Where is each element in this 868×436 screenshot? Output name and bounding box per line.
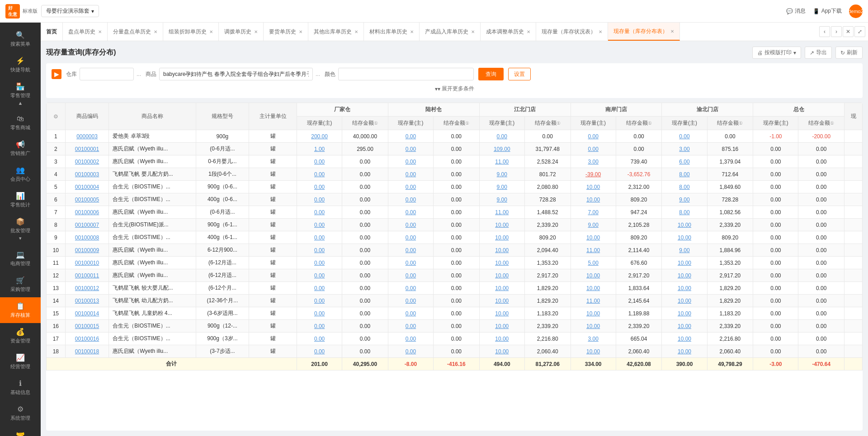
qty-link[interactable]: 0.00 [314,310,325,317]
qty-link[interactable]: 0.00 [406,310,416,317]
code-link[interactable]: 00100006 [75,209,99,216]
qty-link[interactable]: 11.00 [495,159,509,165]
qty-link[interactable]: 10.00 [586,285,600,291]
qty-link[interactable]: 0.00 [406,247,416,253]
expand-btn[interactable]: ▾▾ 展开更多条件 [52,84,857,94]
code-link[interactable]: 00100010 [75,260,99,266]
close-icon[interactable]: ✕ [354,29,358,34]
code-link[interactable]: 00100009 [75,247,99,253]
qty-link[interactable]: 11.00 [586,298,600,304]
tab-next-btn[interactable]: › [831,26,842,37]
qty-link[interactable]: 3.00 [679,146,689,152]
close-icon[interactable]: ✕ [670,29,674,34]
qty-link[interactable]: 10.00 [678,298,691,304]
qty-link[interactable]: 3.00 [588,336,598,342]
qty-link[interactable]: 9.00 [497,197,507,203]
tab-material-out[interactable]: 材料出库单历史✕ [364,23,420,41]
qty-link[interactable]: 0.00 [314,159,325,165]
code-link[interactable]: 00100008 [75,234,99,241]
qty-link[interactable]: 1.00 [314,146,325,152]
qty-link[interactable]: 10.00 [495,247,509,253]
qty-link[interactable]: 10.00 [495,260,509,266]
export-btn[interactable]: ↗ 导出 [805,47,832,59]
goods-ellipsis[interactable]: ... [316,71,320,77]
qty-link[interactable]: 10.00 [495,222,509,228]
sidebar-item-mall[interactable]: 🛍 零售商城 [0,110,41,136]
qty-link[interactable]: 0.00 [314,260,325,266]
qty-link[interactable]: 0.00 [406,272,416,279]
qty-link[interactable]: -39.00 [585,171,601,178]
sidebar-item-inventory[interactable]: 📋 库存核算 [0,297,41,323]
code-link[interactable]: 00100004 [75,184,99,190]
tab-requisition[interactable]: 要货单历史✕ [264,23,308,41]
code-link[interactable]: 00100011 [75,272,99,279]
qty-link[interactable]: 10.00 [495,272,509,279]
qty-link[interactable]: 10.00 [678,285,691,291]
qty-link[interactable]: 0.00 [406,171,416,178]
tab-prev-btn[interactable]: ‹ [819,26,830,37]
qty-link[interactable]: 0.00 [406,234,416,241]
qty-link[interactable]: 0.00 [679,133,689,140]
qty-link[interactable]: 8.00 [679,209,689,216]
qty-link[interactable]: 8.00 [679,184,689,190]
qty-link[interactable]: 10.00 [495,323,509,329]
close-icon[interactable]: ✕ [410,29,414,34]
code-link[interactable]: 00100005 [75,197,99,203]
close-icon[interactable]: ✕ [527,29,530,34]
close-icon[interactable]: ✕ [599,29,602,34]
qty-link[interactable]: 0.00 [314,247,325,253]
qty-link[interactable]: 0.00 [406,323,416,329]
sidebar-item-ecom[interactable]: 💻 电商管理 [0,246,41,272]
sidebar-item-retail-stats[interactable]: 📊 零售统计 [0,187,41,213]
sidebar-item-basics[interactable]: ℹ 基础信息 [0,375,41,400]
user-area[interactable]: demo2 [849,5,863,18]
qty-link[interactable]: 10.00 [586,184,600,190]
qty-link[interactable]: 10.00 [678,348,691,355]
qty-link[interactable]: 10.00 [678,272,691,279]
qty-link[interactable]: 0.00 [314,222,325,228]
tab-transfer[interactable]: 调拨单历史✕ [219,23,264,41]
qty-link[interactable]: 0.00 [406,298,416,304]
code-link[interactable]: 00100001 [75,146,99,152]
tab-partial-check[interactable]: 分量盘点单历史✕ [108,23,163,41]
qty-link[interactable]: 10.00 [678,222,691,228]
message-btn[interactable]: 💬 消息 [786,7,806,15]
sidebar-item-member[interactable]: 👥 会员中心 [0,161,41,187]
close-icon[interactable]: ✕ [471,29,475,34]
qty-link[interactable]: 10.00 [495,336,509,342]
code-link[interactable]: 00100015 [75,323,99,329]
qty-link[interactable]: 0.00 [406,197,416,203]
code-link[interactable]: 00100014 [75,310,99,317]
sidebar-item-finance[interactable]: 💰 资金管理 [0,323,41,349]
sidebar-item-search[interactable]: 🔍 搜索英单 [0,26,41,52]
qty-link[interactable]: 9.00 [588,222,598,228]
qty-link[interactable]: 10.00 [586,234,600,241]
qty-link[interactable]: 0.00 [314,209,325,216]
code-link[interactable]: 00100018 [75,348,99,355]
qty-link[interactable]: 10.00 [495,285,509,291]
qty-link[interactable]: 10.00 [678,260,691,266]
qty-link[interactable]: 0.00 [314,348,325,355]
qty-link[interactable]: 8.00 [679,171,689,178]
th-settings[interactable]: ⚙ [47,103,66,130]
qty-link[interactable]: 0.00 [406,184,416,190]
qty-link[interactable]: 0.00 [314,184,325,190]
print-btn[interactable]: 🖨 按模版打印 ▾ [752,47,801,59]
refresh-btn[interactable]: ↻ 刷新 [835,47,863,59]
code-link[interactable]: 00100007 [75,222,99,228]
qty-link[interactable]: 0.00 [314,171,325,178]
warehouse-input[interactable] [80,68,134,80]
qty-link[interactable]: 9.00 [497,184,507,190]
qty-link[interactable]: 0.00 [497,133,507,140]
qty-link[interactable]: 10.00 [586,323,600,329]
tab-home[interactable]: 首页 [41,23,63,41]
close-icon[interactable]: ✕ [209,29,213,34]
tab-close-all-btn[interactable]: ✕ [843,26,854,37]
code-link[interactable]: 00100013 [75,298,99,304]
qty-link[interactable]: 10.00 [678,323,691,329]
qty-link[interactable]: 10.00 [495,348,509,355]
tab-cost-adjust[interactable]: 成本调整单历史✕ [481,23,536,41]
qty-link[interactable]: 9.00 [497,171,507,178]
sidebar-item-purchase[interactable]: 🛒 采购管理 [0,272,41,297]
qty-link[interactable]: 11.00 [586,247,600,253]
